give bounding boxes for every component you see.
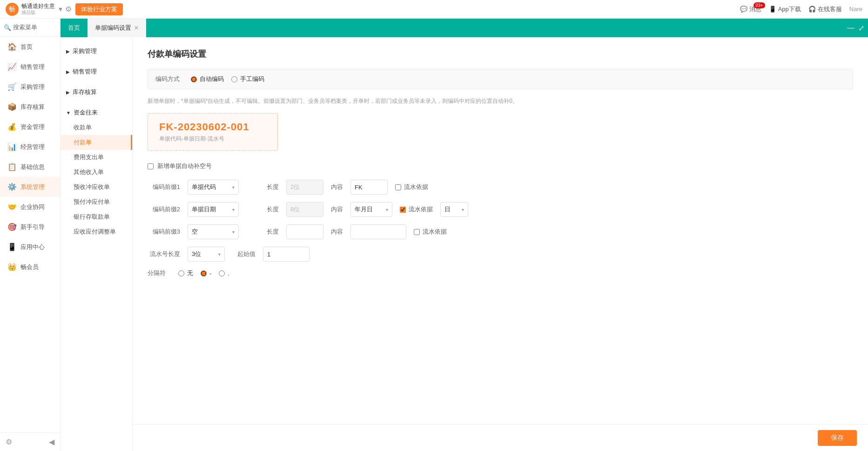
user-info[interactable]: Nare <box>849 6 862 13</box>
sidebar-item-basic-info[interactable]: 📋 基础信息 <box>0 157 60 177</box>
length3-input[interactable] <box>286 224 323 239</box>
sidebar-item-inventory[interactable]: 📦 库存核算 <box>0 97 60 117</box>
tab-bar: 首页 单据编码设置 ✕ — ⤢ <box>61 19 868 37</box>
prefix1-arrow-icon: ▾ <box>232 185 235 190</box>
sidebar-item-newbie[interactable]: 🎯 新手引导 <box>0 217 60 237</box>
prefix3-select[interactable]: 空 ▾ <box>188 224 239 239</box>
serial-length-select[interactable]: 3位 ▾ <box>188 247 225 262</box>
topbar-left: 畅 畅通道好生意 插品版 ▾ ⚙ 体验行业方案 <box>6 3 123 16</box>
serial-length-arrow-icon: ▾ <box>218 252 221 257</box>
settings-bottom-icon[interactable]: ⚙ <box>6 438 12 446</box>
tab-home[interactable]: 首页 <box>61 19 87 37</box>
message-icon: 💬 <box>740 6 747 13</box>
group-inventory: ▶ 库存核算 <box>61 82 132 102</box>
sidebar-item-receipt[interactable]: 收款单 <box>61 120 132 135</box>
encoding-mode-label: 编码方式 <box>155 75 180 83</box>
minimize-icon[interactable]: — <box>847 24 855 32</box>
content-area: 首页 单据编码设置 ✕ — ⤢ ▶ 采购管理 <box>61 19 868 451</box>
sidebar-item-finance[interactable]: 💰 资金管理 <box>0 117 60 137</box>
topbar-right: 💬 消息 99+ 📱 App下载 🎧 在线客服 Nare <box>740 5 862 13</box>
sidebar-item-sales[interactable]: 📈 销售管理 <box>0 57 60 77</box>
content-footer: 保存 <box>133 424 868 451</box>
sidebar-item-business[interactable]: 📊 经营管理 <box>0 137 60 157</box>
sidebar-item-bank-deposit[interactable]: 银行存取款单 <box>61 209 132 224</box>
tab-single-code-setting[interactable]: 单据编码设置 ✕ <box>87 19 146 37</box>
sep-dash-radio[interactable]: - <box>201 270 211 277</box>
group-header-sales[interactable]: ▶ 销售管理 <box>61 64 132 79</box>
prefix1-label: 编码前缀1 <box>148 183 180 191</box>
settings-icon[interactable]: ⚙ <box>65 5 72 13</box>
serial1-row: 流水依据 <box>395 183 428 191</box>
sidebar-item-ar-ap-adjust[interactable]: 应收应付调整单 <box>61 224 132 239</box>
sidebar-item-home[interactable]: 🏠 首页 <box>0 37 60 57</box>
prefix3-label: 编码前缀3 <box>148 228 180 236</box>
group-header-purchase[interactable]: ▶ 采购管理 <box>61 44 132 59</box>
sidebar-search[interactable]: 🔍 搜索菜单 <box>0 19 60 37</box>
group-header-capital[interactable]: ▼ 资金往来 <box>61 105 132 120</box>
sidebar-item-purchase[interactable]: 🛒 采购管理 <box>0 77 60 97</box>
finance-icon: 💰 <box>7 122 17 131</box>
serial2-unit-select[interactable]: 日 ▾ <box>440 202 468 217</box>
preview-desc: 单据代码-单据日期-流水号 <box>159 135 266 143</box>
message-container[interactable]: 💬 消息 99+ <box>740 5 761 13</box>
sidebar-item-system[interactable]: ⚙️ 系统管理 <box>0 177 60 197</box>
sidebar-item-apps[interactable]: 📱 应用中心 <box>0 237 60 257</box>
sidebar-item-prepay-payable[interactable]: 预付冲应付单 <box>61 195 132 209</box>
prefix2-select[interactable]: 单据日期 ▾ <box>188 202 239 217</box>
serial3-checkbox[interactable] <box>414 229 420 235</box>
maximize-icon[interactable]: ⤢ <box>858 24 864 33</box>
serial2-checkbox[interactable] <box>400 207 406 213</box>
auto-fill-checkbox[interactable] <box>148 163 154 169</box>
app-download[interactable]: 📱 App下载 <box>769 5 801 13</box>
sep-dash-radio-input[interactable] <box>201 270 207 276</box>
start-value-input[interactable]: 1 <box>263 247 310 262</box>
group-sales: ▶ 销售管理 <box>61 61 132 82</box>
serial3-row: 流水依据 <box>414 228 447 236</box>
save-button[interactable]: 保存 <box>818 430 857 446</box>
sep-dot-radio[interactable]: . <box>219 270 229 277</box>
sidebar-bottom: ⚙ ◀ <box>0 432 60 451</box>
auto-code-radio-input[interactable] <box>191 76 197 82</box>
tab-close-icon[interactable]: ✕ <box>134 25 139 31</box>
serial2-arrow-icon: ▾ <box>462 207 464 212</box>
tab-bar-actions: — ⤢ <box>847 24 868 33</box>
topbar-controls: ▾ ⚙ <box>59 5 72 13</box>
sidebar-item-member[interactable]: 👑 畅会员 <box>0 257 60 277</box>
length2-label: 长度 <box>246 205 279 214</box>
system-icon: ⚙️ <box>7 182 17 191</box>
main-layout: 🔍 搜索菜单 🏠 首页 📈 销售管理 🛒 采购管理 📦 库存核算 💰 <box>0 19 868 451</box>
auto-code-radio[interactable]: 自动编码 <box>191 75 224 83</box>
business-icon: 📊 <box>7 142 17 151</box>
start-value-label: 起始值 <box>232 250 256 258</box>
length3-label: 长度 <box>246 228 279 236</box>
topbar: 畅 畅通道好生意 插品版 ▾ ⚙ 体验行业方案 💬 消息 99+ 📱 App下载… <box>0 0 868 19</box>
apps-icon: 📱 <box>7 242 17 251</box>
sidebar-item-expense[interactable]: 费用支出单 <box>61 150 132 165</box>
newbie-icon: 🎯 <box>7 222 17 231</box>
sidebar-item-prepay-receivable[interactable]: 预收冲应收单 <box>61 180 132 195</box>
content-inner: 付款单编码设置 编码方式 自动编码 手 <box>133 37 868 424</box>
online-service[interactable]: 🎧 在线客服 <box>808 5 842 13</box>
content2-label: 内容 <box>331 205 343 214</box>
sep-dot-radio-input[interactable] <box>219 270 225 276</box>
manual-code-radio[interactable]: 手工编码 <box>231 75 264 83</box>
sep-none-radio-input[interactable] <box>178 270 184 276</box>
chevron-right-icon3: ▶ <box>66 90 70 95</box>
group-capital: ▼ 资金往来 收款单 付款单 费用支出单 其他收入单 预收冲应收单 预付冲应付单… <box>61 102 132 242</box>
serial1-checkbox[interactable] <box>395 184 401 190</box>
sep-none-radio[interactable]: 无 <box>178 269 193 277</box>
manual-code-radio-input[interactable] <box>231 76 237 82</box>
preview-box: FK-20230602-001 单据代码-单据日期-流水号 <box>148 113 278 151</box>
chevron-down-icon[interactable]: ▾ <box>59 5 62 13</box>
prefix1-select[interactable]: 单据代码 ▾ <box>188 180 239 195</box>
sidebar-item-other-income[interactable]: 其他收入单 <box>61 165 132 180</box>
content1-label: 内容 <box>331 183 343 191</box>
sidebar-item-cooperation[interactable]: 🤝 企业协同 <box>0 197 60 217</box>
sidebar-item-payment[interactable]: 付款单 <box>61 135 132 150</box>
group-header-inventory[interactable]: ▶ 库存核算 <box>61 85 132 100</box>
collapse-icon[interactable]: ◀ <box>49 438 54 446</box>
try-industry-button[interactable]: 体验行业方案 <box>75 3 123 15</box>
content2-select[interactable]: 年月日 ▾ <box>350 202 392 217</box>
prefix3-arrow-icon: ▾ <box>232 229 235 235</box>
inventory-icon: 📦 <box>7 102 17 111</box>
